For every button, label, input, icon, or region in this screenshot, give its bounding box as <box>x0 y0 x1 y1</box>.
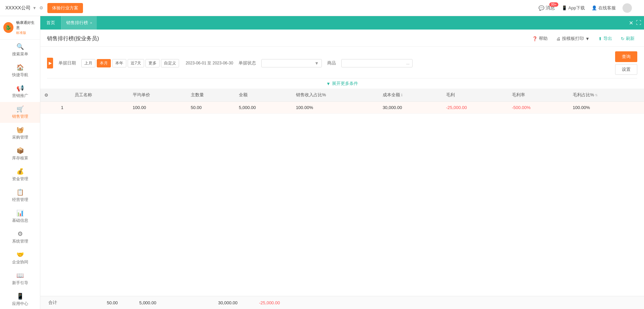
sidebar-item-inventory[interactable]: 📦 库存核算 <box>0 144 40 164</box>
cell-name <box>71 102 129 114</box>
sidebar-label-operations: 经营管理 <box>12 197 28 203</box>
refresh-button[interactable]: ↻ 刷新 <box>618 34 637 43</box>
table-footer: 合计 50.00 5,000.00 30,000.00 -25,000.00 <box>40 296 644 309</box>
message-button[interactable]: 💬 消息 99+ <box>539 5 555 11</box>
th-sales-pct: 销售收入占比% <box>292 89 379 102</box>
table-row: 1 100.00 50.00 5,000.00 100.00% 30,000.0… <box>40 102 644 114</box>
online-service-button[interactable]: 👤 在线客服 <box>592 5 616 11</box>
sidebar-item-guide[interactable]: 📖 新手引导 <box>0 268 40 289</box>
sidebar-item-sales[interactable]: 🛒 销售管理 <box>0 102 40 123</box>
goods-input[interactable] <box>342 59 403 67</box>
footer-quantity: 50.00 <box>103 300 122 305</box>
date-group: 上月 本月 本年 近7天 更多 自定义 <box>81 59 179 67</box>
filter-collapse-button[interactable]: ▶ <box>47 58 53 68</box>
goods-label: 商品 <box>327 60 336 66</box>
print-template-button[interactable]: 🖨 按模板打印 ▼ <box>554 34 592 43</box>
tab-sales-ranking[interactable]: 销售排行榜 × <box>61 16 97 30</box>
sidebar-logo: 🐉 畅康通好生意 标准版 <box>0 16 40 40</box>
sidebar-item-finance[interactable]: 💰 资金管理 <box>0 164 40 185</box>
tab-expand-icon[interactable]: ⛶ <box>636 20 641 26</box>
page-actions: ❓ 帮助 🖨 按模板打印 ▼ ⬆ 导出 ↻ 刷新 <box>529 34 637 43</box>
sidebar-label-basicinfo: 基础信息 <box>12 218 28 223</box>
expand-more-button[interactable]: ▼ 展开更多条件 <box>47 78 637 89</box>
cell-quantity: 50.00 <box>187 102 235 114</box>
trial-button[interactable]: 体验行业方案 <box>47 3 83 13</box>
sidebar-item-collab[interactable]: 🤝 企业协同 <box>0 248 40 268</box>
sidebar-item-quick-nav[interactable]: 🏠 快捷导航 <box>0 60 40 81</box>
sidebar-label-appcenter: 应用中心 <box>12 301 28 307</box>
th-employee-name: 员工名称 <box>71 89 129 102</box>
gross-pct-sort-icon[interactable]: ⇅ <box>595 93 598 97</box>
tab-close-icon[interactable]: × <box>90 21 92 25</box>
settings-button[interactable]: 设置 <box>615 64 637 75</box>
tab-label: 销售排行榜 <box>66 20 88 26</box>
app-download-label: App下载 <box>568 5 585 11</box>
th-cost: 成本全额 ℹ <box>379 89 442 102</box>
date-btn-more[interactable]: 更多 <box>145 59 160 67</box>
date-btn-7days[interactable]: 近7天 <box>128 59 144 67</box>
sidebar-item-purchase[interactable]: 🧺 采购管理 <box>0 123 40 144</box>
status-label: 单据状态 <box>239 60 256 66</box>
tab-bar-right: ✕ ⛶ <box>629 16 644 30</box>
export-label: 导出 <box>603 36 612 42</box>
finance-icon: 💰 <box>16 168 24 175</box>
th-settings[interactable]: ⚙ <box>40 89 54 102</box>
cell-gross-rate: -500.00% <box>508 102 569 114</box>
tab-home[interactable]: 首页 <box>40 16 61 30</box>
cell-gross: -25,000.00 <box>442 102 508 114</box>
date-btn-custom[interactable]: 自定义 <box>161 59 179 67</box>
settings-icon[interactable]: ⚙ <box>39 5 43 10</box>
date-btn-this-month[interactable]: 本月 <box>97 59 111 67</box>
sidebar-label-guide: 新手引导 <box>12 280 28 286</box>
th-avg-price: 平均单价 <box>129 89 187 102</box>
home-icon: 🏠 <box>16 64 24 71</box>
refresh-label: 刷新 <box>626 36 635 42</box>
search-icon: 🔍 <box>16 43 24 50</box>
th-gross-pct-info: 毛利占比% ⇅ <box>573 92 598 98</box>
cell-settings <box>40 102 54 114</box>
cell-gross-pct: 100.00% <box>569 102 644 114</box>
query-button[interactable]: 查询 <box>615 51 637 62</box>
logo-tag: 标准版 <box>16 31 37 35</box>
service-label: 在线客服 <box>598 5 616 11</box>
message-badge: 99+ <box>549 2 558 7</box>
sidebar-item-app-center[interactable]: 📱 应用中心 <box>0 289 40 309</box>
data-table: ⚙ 员工名称 平均单价 主数量 全额 销售收入占比% 成本全额 ℹ <box>40 89 644 114</box>
sidebar-item-search[interactable]: 🔍 搜索菜单 <box>0 40 40 60</box>
tab-bar: 首页 销售排行榜 × ✕ ⛶ <box>40 16 644 30</box>
cost-info-icon[interactable]: ℹ <box>401 93 402 97</box>
date-btn-this-year[interactable]: 本年 <box>112 59 126 67</box>
date-btn-last-month[interactable]: 上月 <box>81 59 95 67</box>
sidebar-label-sales: 销售管理 <box>12 114 28 119</box>
help-button[interactable]: ❓ 帮助 <box>529 34 550 43</box>
table-body: 1 100.00 50.00 5,000.00 100.00% 30,000.0… <box>40 102 644 114</box>
purchase-icon: 🧺 <box>16 126 24 134</box>
cell-avg-price: 100.00 <box>129 102 187 114</box>
sidebar-item-basic-info[interactable]: 📊 基础信息 <box>0 206 40 227</box>
date-label: 单据日期 <box>58 60 76 66</box>
sidebar-item-operations[interactable]: 📋 经营管理 <box>0 185 40 206</box>
th-gross-rate: 毛利率 <box>508 89 569 102</box>
sidebar-item-system[interactable]: ⚙ 系统管理 <box>0 227 40 248</box>
inventory-icon: 📦 <box>16 147 24 154</box>
avatar[interactable] <box>622 3 632 13</box>
logo-text: 畅康通好生意 <box>16 20 37 31</box>
goods-more-icon[interactable]: ... <box>403 59 412 67</box>
cell-sales-pct: 100.00% <box>292 102 379 114</box>
footer-amount: 5,000.00 <box>135 300 161 305</box>
guide-icon: 📖 <box>16 272 24 279</box>
footer-label: 合计 <box>44 300 62 306</box>
expand-more-label: 展开更多条件 <box>332 81 358 87</box>
operations-icon: 📋 <box>16 189 24 196</box>
status-select[interactable]: ▼ <box>261 59 322 67</box>
main-area: 首页 销售排行榜 × ✕ ⛶ 销售排行榜(按业务员) ❓ 帮助 🖨 <box>40 16 644 309</box>
company-selector[interactable]: XXXXX公司 ▼ <box>5 5 37 11</box>
sidebar-item-marketing[interactable]: 📢 营销推广 <box>0 81 40 102</box>
date-range: 2023-06-01 至 2023-06-30 <box>186 60 233 66</box>
company-name: XXXXX公司 <box>5 5 31 11</box>
app-center-icon: 📱 <box>16 293 24 300</box>
app-download-button[interactable]: 📱 App下载 <box>562 5 585 11</box>
export-button[interactable]: ⬆ 导出 <box>596 34 615 43</box>
tab-close-window-icon[interactable]: ✕ <box>629 20 633 26</box>
th-rank <box>54 89 71 102</box>
